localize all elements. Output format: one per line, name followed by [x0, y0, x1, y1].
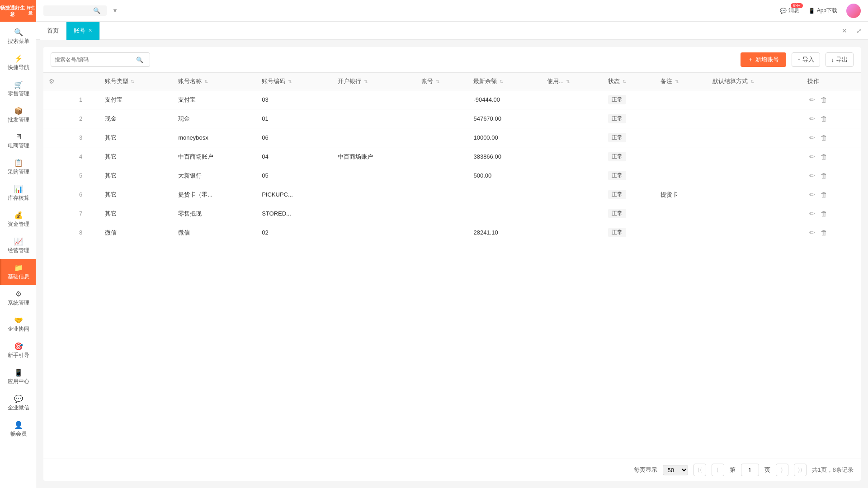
- topbar-app-download[interactable]: 📱 App下载: [808, 7, 837, 14]
- edit-button[interactable]: ✏: [807, 172, 817, 180]
- sidebar-label-ecommerce: 电商管理: [8, 142, 29, 150]
- edit-button[interactable]: ✏: [807, 229, 817, 237]
- tab-home[interactable]: 首页: [40, 22, 66, 40]
- tab-accounts-label: 账号: [74, 27, 85, 35]
- user-avatar[interactable]: [846, 4, 861, 18]
- cell-default-payment: [707, 109, 802, 128]
- col-status[interactable]: 状态 ⇅: [603, 73, 655, 90]
- col-type[interactable]: 账号类型 ⇅: [99, 73, 173, 90]
- delete-button[interactable]: 🗑: [819, 96, 829, 103]
- sidebar-icon-inventory: 📊: [14, 185, 23, 193]
- edit-button[interactable]: ✏: [807, 153, 817, 161]
- status-badge: 正常: [608, 114, 626, 123]
- delete-button[interactable]: 🗑: [819, 153, 829, 160]
- cell-account: [416, 223, 468, 242]
- edit-button[interactable]: ✏: [807, 96, 817, 104]
- sidebar-label-basic: 基础信息: [8, 273, 29, 281]
- col-remark[interactable]: 备注 ⇅: [655, 73, 707, 90]
- sort-icon-status: ⇅: [623, 79, 626, 84]
- delete-button[interactable]: 🗑: [819, 172, 829, 179]
- edit-button[interactable]: ✏: [807, 134, 817, 142]
- delete-button[interactable]: 🗑: [819, 115, 829, 122]
- col-account[interactable]: 账号 ⇅: [416, 73, 468, 90]
- cell-remark: 提货卡: [655, 185, 707, 204]
- prev-page-btn[interactable]: ⟨: [712, 464, 724, 476]
- col-name[interactable]: 账号名称 ⇅: [173, 73, 256, 90]
- sidebar-item-appcenter[interactable]: 📱 应用中心: [0, 364, 36, 390]
- import-button[interactable]: ↑ 导入: [792, 52, 820, 67]
- sidebar-item-guide[interactable]: 🎯 新手引导: [0, 338, 36, 364]
- cell-type: 其它: [99, 128, 173, 147]
- cell-num: 3: [74, 128, 99, 147]
- sidebar-item-finance[interactable]: 💰 资金管理: [0, 206, 36, 233]
- cell-status: 正常: [603, 128, 655, 147]
- tabs-bar: 首页 账号 ✕ ✕ ⤢: [36, 22, 868, 40]
- cell-num: 7: [74, 204, 99, 223]
- sidebar-item-ecommerce[interactable]: 🖥 电商管理: [0, 128, 36, 154]
- col-code[interactable]: 账号编码 ⇅: [256, 73, 332, 90]
- search-input[interactable]: [55, 56, 136, 63]
- edit-button[interactable]: ✏: [807, 115, 817, 123]
- cell-usage: [542, 166, 603, 185]
- cell-code: 06: [256, 128, 332, 147]
- delete-button[interactable]: 🗑: [819, 191, 829, 198]
- cell-code: 02: [256, 223, 332, 242]
- sidebar-item-enterprise[interactable]: 🤝 企业协同: [0, 311, 36, 338]
- sidebar-label-purchase: 采购管理: [8, 168, 29, 176]
- sort-icon-remark: ⇅: [675, 79, 679, 84]
- status-badge: 正常: [608, 133, 626, 142]
- col-balance[interactable]: 最新余额 ⇅: [468, 73, 542, 90]
- add-account-button[interactable]: ＋ 新增账号: [741, 52, 786, 67]
- per-page-select[interactable]: 50 20 100: [663, 465, 688, 475]
- col-default-payment[interactable]: 默认结算方式 ⇅: [707, 73, 802, 90]
- topbar-search-input[interactable]: [48, 8, 93, 14]
- sidebar-label-enterprise: 企业协同: [8, 325, 29, 333]
- tab-accounts[interactable]: 账号 ✕: [66, 22, 100, 40]
- cell-settings: [43, 109, 74, 128]
- cell-action: ✏ 🗑: [802, 128, 861, 147]
- sidebar-item-wholesale[interactable]: 📦 批发管理: [0, 102, 36, 128]
- topbar-message[interactable]: 💬 消息 99+: [780, 7, 799, 14]
- sidebar-item-system[interactable]: ⚙ 系统管理: [0, 285, 36, 311]
- tab-accounts-close[interactable]: ✕: [88, 28, 92, 33]
- window-maximize-btn[interactable]: ⤢: [854, 25, 864, 36]
- delete-button[interactable]: 🗑: [819, 134, 829, 141]
- cell-action: ✏ 🗑: [802, 90, 861, 109]
- edit-button[interactable]: ✏: [807, 191, 817, 199]
- col-bank[interactable]: 开户银行 ⇅: [332, 73, 416, 90]
- sidebar-item-corpwechat[interactable]: 💬 企业微信: [0, 390, 36, 416]
- cell-balance: [468, 185, 542, 204]
- cell-account: [416, 90, 468, 109]
- cell-remark: [655, 223, 707, 242]
- sidebar-item-basic[interactable]: 📁 基础信息: [0, 259, 36, 285]
- sidebar-item-inventory[interactable]: 📊 库存核算: [0, 180, 36, 206]
- export-button[interactable]: ↓ 导出: [826, 52, 854, 67]
- cell-default-payment: [707, 185, 802, 204]
- message-icon: 💬: [780, 8, 787, 14]
- sidebar-item-search[interactable]: 🔍 搜索菜单: [0, 23, 36, 50]
- table-body: 1 支付宝 支付宝 03 -90444.00 正常 ✏ 🗑 2 现金 现金 01…: [43, 90, 861, 242]
- cell-name: 支付宝: [173, 90, 256, 109]
- sidebar-item-operations[interactable]: 📈 经营管理: [0, 233, 36, 259]
- search-box[interactable]: 🔍: [51, 52, 150, 67]
- next-page-btn[interactable]: ⟩: [776, 464, 788, 476]
- last-page-btn[interactable]: ⟩⟩: [794, 464, 807, 476]
- first-page-btn[interactable]: ⟨⟨: [693, 464, 706, 476]
- sidebar-item-purchase[interactable]: 📋 采购管理: [0, 154, 36, 180]
- sort-icon-name: ⇅: [204, 79, 208, 84]
- window-close-btn[interactable]: ✕: [839, 25, 850, 36]
- cell-name: 现金: [173, 109, 256, 128]
- cell-type: 支付宝: [99, 90, 173, 109]
- topbar-search-box[interactable]: 🔍: [43, 5, 107, 16]
- col-settings[interactable]: ⚙: [43, 73, 74, 90]
- sidebar-item-retail[interactable]: 🛒 零售管理: [0, 76, 36, 102]
- edit-button[interactable]: ✏: [807, 210, 817, 218]
- delete-button[interactable]: 🗑: [819, 229, 829, 236]
- sidebar-item-shortcut[interactable]: ⚡ 快捷导航: [0, 50, 36, 76]
- col-usage[interactable]: 使用... ⇅: [542, 73, 603, 90]
- sidebar-item-member[interactable]: 👤 畅会员: [0, 416, 36, 442]
- topbar-dropdown-icon[interactable]: ▼: [112, 7, 118, 14]
- delete-button[interactable]: 🗑: [819, 210, 829, 217]
- page-input[interactable]: [741, 464, 759, 476]
- sidebar-icon-search: 🔍: [14, 28, 23, 37]
